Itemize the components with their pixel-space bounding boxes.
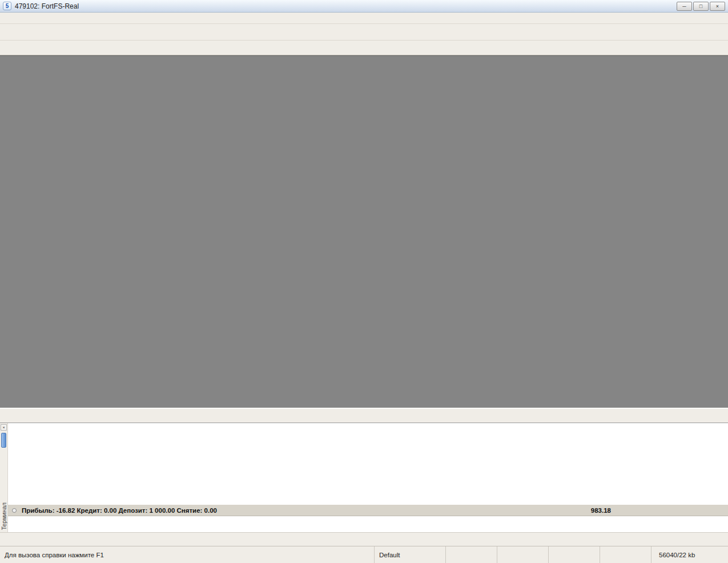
status-cell-empty xyxy=(445,546,497,563)
summary-row: Прибыль: -16.82 Кредит: 0.00 Депозит: 1 … xyxy=(8,505,728,516)
status-bar: Для вызова справки нажмите F1 Default 56… xyxy=(0,546,728,563)
terminal-tab-bar xyxy=(0,532,728,546)
status-cell-empty xyxy=(600,546,651,563)
terminal-gutter: × Терминал xyxy=(0,423,8,546)
status-connection: 56040/22 kb xyxy=(651,546,728,563)
menu-bar xyxy=(0,13,728,24)
window-titlebar[interactable]: 5 479102: FortFS-Real ─ □ × xyxy=(0,0,728,13)
status-help-text: Для вызова справки нажмите F1 xyxy=(0,546,374,563)
window-title: 479102: FortFS-Real xyxy=(15,2,79,10)
status-cell-empty xyxy=(497,546,548,563)
summary-balance: 983.18 xyxy=(564,507,611,514)
connection-text: 56040/22 kb xyxy=(659,552,695,558)
status-cell-empty xyxy=(548,546,600,563)
summary-text: Прибыль: -16.82 Кредит: 0.00 Депозит: 1 … xyxy=(22,507,217,514)
application-window: 5 479102: FortFS-Real ─ □ × × Терминал П… xyxy=(0,0,728,563)
terminal-close-icon[interactable]: × xyxy=(1,424,7,431)
toolbar-standard xyxy=(0,24,728,41)
terminal-scrollbar[interactable] xyxy=(1,433,6,448)
close-button[interactable]: × xyxy=(710,2,725,11)
terminal-panel: × Терминал Прибыль: -16.82 Кредит: 0.00 … xyxy=(0,423,728,546)
terminal-side-label: Терминал xyxy=(1,502,7,530)
minimize-button[interactable]: ─ xyxy=(677,2,692,11)
chart-tab-bar xyxy=(0,408,728,423)
toolbar-line-studies xyxy=(0,41,728,55)
app-logo-icon: 5 xyxy=(3,2,11,10)
summary-icon xyxy=(12,508,17,513)
chart-workspace xyxy=(0,55,728,408)
status-profile[interactable]: Default xyxy=(374,546,445,563)
maximize-button[interactable]: □ xyxy=(693,2,709,11)
